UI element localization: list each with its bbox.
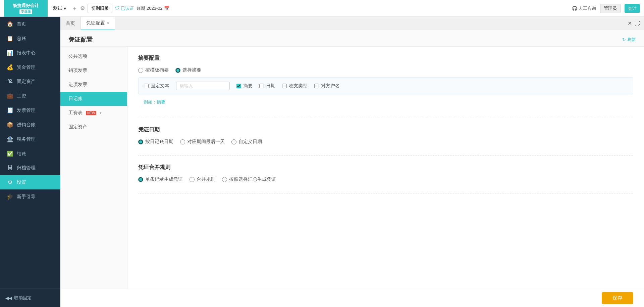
tab-controls: ✕ ⛶ bbox=[624, 20, 644, 27]
tab-close-icon[interactable]: × bbox=[107, 21, 109, 26]
section-date: 凭证日期 按日记账日期 对应期间最后一天 bbox=[138, 126, 633, 145]
consult-label: 人工咨询 bbox=[579, 5, 596, 11]
radio-merge-rule-label: 合并规则 bbox=[197, 176, 215, 182]
tab-home[interactable]: 首页 bbox=[60, 17, 81, 30]
radio-single[interactable]: 单条记录生成凭证 bbox=[138, 176, 183, 182]
left-nav-diary[interactable]: 日记账 bbox=[60, 92, 127, 106]
check-pay-type[interactable]: 收支类型 bbox=[282, 83, 308, 89]
radio-merge-rule[interactable]: 合并规则 bbox=[190, 176, 215, 182]
project-selector[interactable]: 测试 ▾ bbox=[50, 5, 69, 11]
radio-merge-rule-input[interactable] bbox=[190, 177, 195, 182]
sidebar-label-trade: 进销台账 bbox=[17, 122, 36, 128]
radio-select-merge-input[interactable] bbox=[222, 177, 227, 182]
consult-btn[interactable]: 🎧 人工咨询 bbox=[572, 5, 596, 11]
check-counterpart[interactable]: 对方户名 bbox=[314, 83, 340, 89]
example-text: 例如：摘要 bbox=[138, 97, 633, 107]
sidebar-label-report: 报表中心 bbox=[17, 50, 36, 56]
left-nav-public-label: 公共选项 bbox=[68, 53, 87, 59]
sidebar-item-guide[interactable]: 🎓 新手引导 bbox=[0, 189, 60, 204]
radio-single-input[interactable] bbox=[138, 177, 143, 182]
trade-icon: 📦 bbox=[7, 122, 13, 128]
radio-select-merge-label: 按照选择汇总生成凭证 bbox=[229, 176, 276, 182]
check-pay-type-input[interactable] bbox=[282, 84, 287, 88]
radio-last-day[interactable]: 对应期间最后一天 bbox=[180, 139, 225, 145]
sidebar: 🏠 首页 📋 总账 📊 报表中心 💰 资金管理 🏗 固定资产 💼 工资 bbox=[0, 17, 60, 307]
fixed-text-input[interactable] bbox=[176, 82, 230, 90]
sidebar-item-fixed[interactable]: 🏗 固定资产 bbox=[0, 75, 60, 89]
add-icon[interactable]: ＋ bbox=[71, 4, 77, 12]
summary-checkbox-row: 固定文本 摘要 日期 bbox=[138, 77, 633, 94]
sidebar-item-settings[interactable]: ⚙ 设置 bbox=[0, 175, 60, 189]
sidebar-label-fixed: 固定资产 bbox=[17, 79, 36, 85]
sidebar-label-tax: 税务管理 bbox=[17, 136, 36, 142]
radio-template-label: 按模板摘要 bbox=[145, 67, 169, 73]
pin-icon: ◀◀ bbox=[5, 296, 12, 301]
sidebar-item-settle[interactable]: ✅ 结账 bbox=[0, 146, 60, 161]
sidebar-item-tax[interactable]: 🏦 税务管理 bbox=[0, 132, 60, 146]
sidebar-item-invoice[interactable]: 🧾 发票管理 bbox=[0, 103, 60, 118]
sidebar-item-home[interactable]: 🏠 首页 bbox=[0, 17, 60, 31]
radio-template-summary[interactable]: 按模板摘要 bbox=[138, 67, 169, 73]
left-nav-public[interactable]: 公共选项 bbox=[60, 49, 127, 63]
radio-select-summary[interactable]: 选择摘要 bbox=[175, 67, 201, 73]
save-btn[interactable]: 保存 bbox=[602, 292, 633, 304]
radio-custom-date-input[interactable] bbox=[231, 139, 236, 144]
settings-icon[interactable]: ⚙ bbox=[80, 5, 85, 11]
admin-btn[interactable]: 管理员 bbox=[600, 4, 621, 13]
check-counterpart-label: 对方户名 bbox=[321, 83, 340, 89]
tab-voucher-config[interactable]: 凭证配置 × bbox=[81, 17, 115, 30]
archive-icon: 🗄 bbox=[7, 165, 13, 171]
sidebar-label-guide: 新手引导 bbox=[17, 194, 36, 200]
check-counterpart-input[interactable] bbox=[314, 84, 319, 88]
shield-icon: 🛡 bbox=[115, 6, 119, 11]
radio-custom-date[interactable]: 自定义日期 bbox=[231, 139, 262, 145]
fullscreen-btn[interactable]: ⛶ bbox=[635, 20, 640, 27]
left-nav-purchase[interactable]: 进项发票 bbox=[60, 78, 127, 92]
left-nav-sales[interactable]: 销项发票 bbox=[60, 63, 127, 78]
radio-custom-date-label: 自定义日期 bbox=[238, 139, 262, 145]
radio-select-merge[interactable]: 按照选择汇总生成凭证 bbox=[222, 176, 276, 182]
left-nav-fixed-assets[interactable]: 固定资产 bbox=[60, 120, 127, 134]
report-icon: 📊 bbox=[7, 50, 13, 56]
switch-old-btn[interactable]: 切到旧版 bbox=[88, 4, 112, 13]
topbar-right: 🎧 人工咨询 管理员 会计 bbox=[572, 4, 640, 13]
left-nav: 公共选项 销项发票 进项发票 日记账 工资表 NEW ▾ bbox=[60, 47, 127, 307]
chevron-icon: ▾ bbox=[100, 111, 102, 115]
check-date[interactable]: 日期 bbox=[259, 83, 275, 89]
sidebar-item-archive[interactable]: 🗄 归档管理 bbox=[0, 161, 60, 175]
section-date-title: 凭证日期 bbox=[138, 126, 633, 133]
sidebar-item-trade[interactable]: 📦 进销台账 bbox=[0, 118, 60, 132]
close-tab-btn[interactable]: ✕ bbox=[628, 20, 632, 27]
main-wrap: 🏠 首页 📋 总账 📊 报表中心 💰 资金管理 🏗 固定资产 💼 工资 bbox=[0, 17, 644, 307]
check-fixed-text[interactable]: 固定文本 bbox=[144, 83, 169, 89]
radio-diary-date-input[interactable] bbox=[138, 139, 143, 144]
sidebar-item-report[interactable]: 📊 报表中心 bbox=[0, 46, 60, 60]
left-nav-diary-label: 日记账 bbox=[68, 96, 83, 101]
pin-btn[interactable]: ◀◀ 取消固定 bbox=[0, 292, 60, 304]
radio-last-day-label: 对应期间最后一天 bbox=[187, 139, 225, 145]
check-date-label: 日期 bbox=[266, 83, 275, 89]
left-nav-salary-table[interactable]: 工资表 NEW ▾ bbox=[60, 106, 127, 120]
sidebar-item-salary[interactable]: 💼 工资 bbox=[0, 89, 60, 103]
accountant-btn[interactable]: 会计 bbox=[625, 4, 640, 13]
check-summary[interactable]: 摘要 bbox=[236, 83, 253, 89]
project-name: 测试 bbox=[53, 5, 62, 11]
radio-select-input[interactable] bbox=[175, 68, 180, 73]
certified-badge: 🛡 已认证 bbox=[115, 5, 134, 11]
check-fixed-text-input[interactable] bbox=[144, 84, 149, 88]
check-date-input[interactable] bbox=[259, 84, 264, 88]
sidebar-item-ledger[interactable]: 📋 总账 bbox=[0, 31, 60, 46]
calendar-icon[interactable]: 📅 bbox=[164, 6, 169, 11]
section-merge-title: 凭证合并规则 bbox=[138, 164, 633, 171]
section-summary: 摘要配置 按模板摘要 选择摘要 bbox=[138, 55, 633, 107]
check-summary-input[interactable] bbox=[236, 84, 241, 88]
tabs-bar: 首页 凭证配置 × ✕ ⛶ bbox=[60, 17, 644, 30]
summary-radio-group: 按模板摘要 选择摘要 bbox=[138, 67, 633, 73]
sidebar-label-ledger: 总账 bbox=[17, 36, 26, 42]
radio-template-input[interactable] bbox=[138, 68, 143, 73]
radio-diary-date[interactable]: 按日记账日期 bbox=[138, 139, 173, 145]
sidebar-item-fund[interactable]: 💰 资金管理 bbox=[0, 60, 60, 75]
radio-last-day-input[interactable] bbox=[180, 139, 185, 144]
sidebar-scroll: 🏠 首页 📋 总账 📊 报表中心 💰 资金管理 🏗 固定资产 💼 工资 bbox=[0, 17, 60, 289]
refresh-btn[interactable]: ↻ 刷新 bbox=[622, 37, 636, 43]
